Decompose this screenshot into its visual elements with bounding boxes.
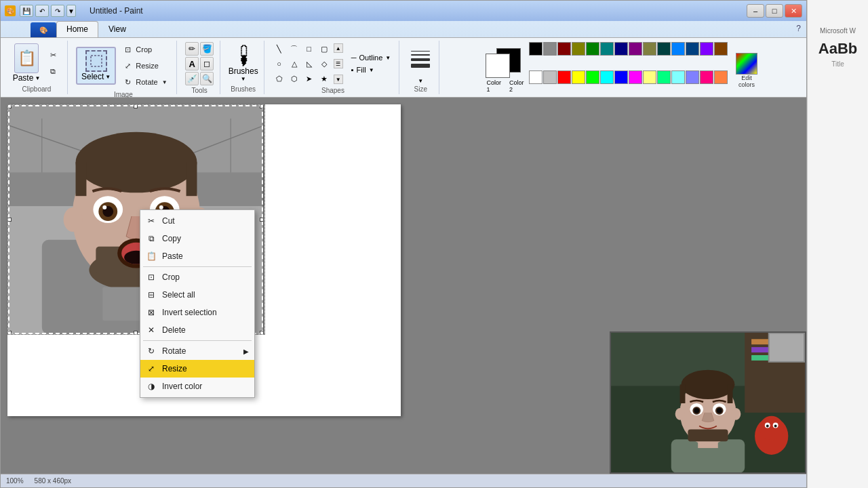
pencil-tool[interactable]: ✏ bbox=[185, 42, 199, 56]
color-cell[interactable] bbox=[686, 42, 699, 56]
color-cell[interactable] bbox=[700, 42, 713, 56]
close-button[interactable]: ✕ bbox=[785, 4, 802, 18]
save-button[interactable]: 💾 bbox=[20, 5, 33, 17]
color-cell[interactable] bbox=[643, 42, 656, 56]
svg-point-56 bbox=[732, 408, 741, 420]
color-cell[interactable] bbox=[643, 70, 656, 84]
ctx-resize[interactable]: ⤢ Resize bbox=[140, 360, 254, 378]
fill-arrow: ▼ bbox=[369, 67, 374, 73]
picker-tool[interactable]: 💉 bbox=[185, 72, 199, 85]
fill-tool[interactable]: 🪣 bbox=[200, 42, 214, 56]
shape-line[interactable]: ╲ bbox=[273, 42, 286, 56]
color-cell[interactable] bbox=[671, 42, 685, 56]
color-cell[interactable] bbox=[529, 70, 542, 84]
shape-curve[interactable]: ⌒ bbox=[288, 42, 301, 56]
tab-view[interactable]: View bbox=[98, 21, 136, 37]
color-cell[interactable] bbox=[572, 70, 585, 84]
undo-button[interactable]: ↶ bbox=[35, 5, 49, 17]
canvas-area[interactable]: ✂ Cut ⧉ Copy 📋 Paste ⊡ Crop ⊟ Select all… bbox=[1, 98, 806, 474]
color-cell[interactable] bbox=[586, 42, 599, 56]
app-menu-button[interactable]: 🎨 bbox=[31, 22, 56, 37]
color-cell[interactable] bbox=[586, 70, 599, 84]
maximize-button[interactable]: □ bbox=[766, 4, 783, 18]
color-cell[interactable] bbox=[614, 42, 628, 56]
color-cell[interactable] bbox=[600, 70, 614, 84]
color-cell[interactable] bbox=[629, 42, 642, 56]
minimize-button[interactable]: – bbox=[747, 4, 764, 18]
paste-dropdown-icon[interactable]: ▼ bbox=[35, 75, 40, 81]
brushes-button[interactable]: 🖌 Brushes ▼ bbox=[229, 44, 258, 82]
select-button[interactable]: Select ▼ bbox=[76, 47, 116, 85]
color2-swatch[interactable] bbox=[486, 54, 510, 78]
word-style-sample[interactable]: AaBb bbox=[818, 40, 857, 58]
svg-point-37 bbox=[760, 416, 784, 441]
shape-arrow[interactable]: ➤ bbox=[302, 72, 316, 85]
ctx-cut[interactable]: ✂ Cut bbox=[140, 212, 254, 230]
redo-button[interactable]: ↷ bbox=[51, 5, 64, 17]
shape-rect[interactable]: □ bbox=[302, 42, 316, 56]
palette-row2 bbox=[529, 70, 728, 98]
color-cell[interactable] bbox=[600, 42, 614, 56]
color-cell[interactable] bbox=[543, 42, 557, 56]
shape-diamond[interactable]: ◇ bbox=[317, 57, 331, 70]
fill-button[interactable]: ▪ Fill ▼ bbox=[349, 64, 394, 75]
color-cell[interactable] bbox=[714, 42, 728, 56]
ctx-select-all[interactable]: ⊟ Select all bbox=[140, 286, 254, 304]
tab-home[interactable]: Home bbox=[56, 21, 98, 37]
select-dropdown-icon[interactable]: ▼ bbox=[105, 74, 111, 80]
ctx-copy[interactable]: ⧉ Copy bbox=[140, 230, 254, 247]
color-cell[interactable] bbox=[686, 70, 699, 84]
ctx-invert-sel[interactable]: ⊠ Invert selection bbox=[140, 304, 254, 321]
text-tool[interactable]: A bbox=[185, 57, 199, 70]
color-cell[interactable] bbox=[557, 42, 571, 56]
edit-colors-button[interactable]: Editcolors bbox=[736, 53, 757, 88]
cut-button[interactable]: ✂ bbox=[44, 47, 62, 62]
shape-tri[interactable]: △ bbox=[288, 57, 301, 70]
rotate-button[interactable]: ↻ Rotate ▼ bbox=[119, 75, 170, 89]
eraser-tool[interactable]: ◻ bbox=[200, 57, 214, 70]
copy-button[interactable]: ⧉ bbox=[44, 64, 62, 79]
crop-button[interactable]: ⊡ Crop bbox=[119, 42, 170, 57]
color-cell[interactable] bbox=[629, 70, 642, 84]
ribbon-help[interactable]: ? bbox=[791, 21, 806, 37]
color-cell[interactable] bbox=[714, 70, 728, 84]
color-cell[interactable] bbox=[572, 42, 585, 56]
ctx-copy-icon: ⧉ bbox=[146, 233, 157, 244]
shape-hex[interactable]: ⬡ bbox=[288, 72, 301, 85]
shape-penta[interactable]: ⬠ bbox=[273, 72, 286, 85]
resize-ribbon-button[interactable]: ⤢ Resize bbox=[119, 58, 170, 73]
size-line-1 bbox=[411, 51, 430, 52]
shapes-scroll-mid[interactable]: ☰ bbox=[334, 59, 343, 68]
outline-button[interactable]: ─ Outline ▼ bbox=[349, 52, 394, 63]
color-cell[interactable] bbox=[657, 42, 671, 56]
color-labels: Color1 Color2 bbox=[487, 79, 524, 93]
color-cell[interactable] bbox=[529, 42, 542, 56]
brushes-content: 🖌 Brushes ▼ bbox=[229, 42, 258, 84]
ctx-paste[interactable]: 📋 Paste bbox=[140, 247, 254, 265]
color-cell[interactable] bbox=[657, 70, 671, 84]
color-cell[interactable] bbox=[543, 70, 557, 84]
magnify-tool[interactable]: 🔍 bbox=[200, 72, 214, 85]
ctx-invert-color[interactable]: ◑ Invert color bbox=[140, 378, 254, 395]
shape-ellipse[interactable]: ○ bbox=[273, 57, 286, 70]
color-cell[interactable] bbox=[700, 70, 713, 84]
color-cell[interactable] bbox=[614, 70, 628, 84]
shape-rrect[interactable]: ▢ bbox=[317, 42, 331, 56]
shapes-scroll-up[interactable]: ▲ bbox=[334, 43, 343, 53]
colors-content: Color1 Color2 Editcolors bbox=[486, 42, 757, 98]
color-cell[interactable] bbox=[671, 70, 685, 84]
ctx-crop[interactable]: ⊡ Crop bbox=[140, 268, 254, 286]
outline-arrow: ▼ bbox=[385, 55, 391, 61]
size-button[interactable]: ▼ bbox=[411, 42, 430, 84]
shapes-scrollbar: ▲ ☰ ▼ bbox=[334, 43, 343, 84]
paste-button[interactable]: 📋 Paste ▼ bbox=[12, 43, 41, 83]
rotate-icon: ↻ bbox=[122, 77, 133, 87]
shape-rtri[interactable]: ◺ bbox=[302, 57, 316, 70]
ctx-delete[interactable]: ✕ Delete bbox=[140, 321, 254, 339]
selection-svg bbox=[90, 54, 103, 68]
ctx-rotate[interactable]: ↻ Rotate ▶ bbox=[140, 342, 254, 360]
color-cell[interactable] bbox=[557, 70, 571, 84]
shape-star[interactable]: ★ bbox=[317, 72, 331, 85]
quick-access-dropdown[interactable]: ▼ bbox=[66, 5, 76, 17]
shapes-scroll-down[interactable]: ▼ bbox=[334, 75, 343, 84]
